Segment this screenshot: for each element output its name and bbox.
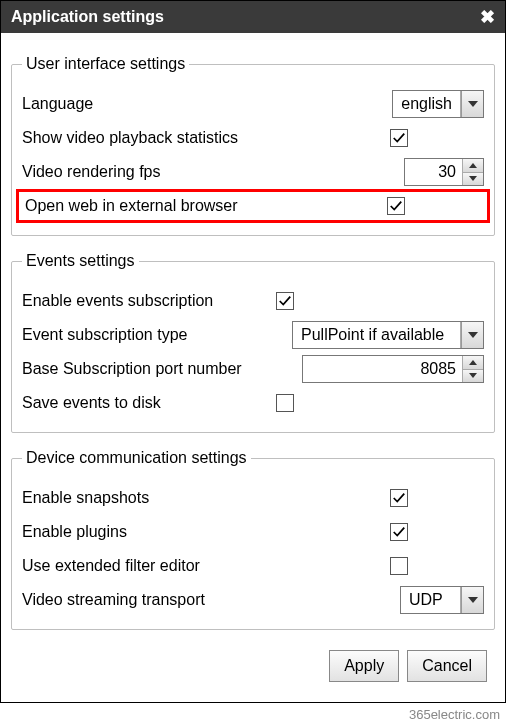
content-area: User interface settings Language english… (1, 33, 505, 702)
snapshots-checkbox[interactable] (390, 489, 408, 507)
row-enable-sub: Enable events subscription (22, 284, 484, 318)
render-fps-label: Video rendering fps (22, 163, 160, 181)
window-title: Application settings (11, 8, 164, 26)
open-web-checkbox[interactable] (387, 197, 405, 215)
sub-type-value: PullPoint if available (293, 322, 461, 348)
row-open-web-external: Open web in external browser (16, 189, 490, 223)
ext-filter-checkbox[interactable] (390, 557, 408, 575)
group-events-legend: Events settings (22, 252, 139, 270)
row-transport: Video streaming transport UDP (22, 583, 484, 617)
base-port-spinner[interactable]: 8085 (302, 355, 484, 383)
group-device-legend: Device communication settings (22, 449, 251, 467)
footer-buttons: Apply Cancel (11, 646, 495, 692)
transport-value: UDP (401, 587, 461, 613)
base-port-label: Base Subscription port number (22, 360, 242, 378)
enable-sub-label: Enable events subscription (22, 292, 213, 310)
transport-select[interactable]: UDP (400, 586, 484, 614)
base-port-value: 8085 (303, 356, 463, 382)
titlebar: Application settings ✖ (1, 1, 505, 33)
show-stats-checkbox[interactable] (390, 129, 408, 147)
close-icon[interactable]: ✖ (480, 6, 495, 28)
open-web-label: Open web in external browser (25, 197, 238, 215)
group-ui-legend: User interface settings (22, 55, 189, 73)
row-language: Language english (22, 87, 484, 121)
group-ui-settings: User interface settings Language english… (11, 55, 495, 236)
row-ext-filter: Use extended filter editor (22, 549, 484, 583)
group-device-settings: Device communication settings Enable sna… (11, 449, 495, 630)
save-disk-checkbox[interactable] (276, 394, 294, 412)
cancel-button[interactable]: Cancel (407, 650, 487, 682)
row-plugins: Enable plugins (22, 515, 484, 549)
render-fps-value: 30 (405, 159, 463, 185)
group-events-settings: Events settings Enable events subscripti… (11, 252, 495, 433)
spinner-down-icon[interactable] (463, 370, 483, 383)
snapshots-label: Enable snapshots (22, 489, 149, 507)
apply-button[interactable]: Apply (329, 650, 399, 682)
watermark-text: 365electric.com (0, 703, 506, 719)
settings-window: Application settings ✖ User interface se… (0, 0, 506, 703)
render-fps-spinner[interactable]: 30 (404, 158, 484, 186)
row-snapshots: Enable snapshots (22, 481, 484, 515)
sub-type-select[interactable]: PullPoint if available (292, 321, 484, 349)
save-disk-label: Save events to disk (22, 394, 161, 412)
language-value: english (393, 91, 461, 117)
chevron-down-icon[interactable] (461, 587, 483, 613)
chevron-down-icon[interactable] (461, 91, 483, 117)
language-select[interactable]: english (392, 90, 484, 118)
row-save-disk: Save events to disk (22, 386, 484, 420)
enable-sub-checkbox[interactable] (276, 292, 294, 310)
sub-type-label: Event subscription type (22, 326, 187, 344)
chevron-down-icon[interactable] (461, 322, 483, 348)
transport-label: Video streaming transport (22, 591, 205, 609)
plugins-label: Enable plugins (22, 523, 127, 541)
spinner-down-icon[interactable] (463, 173, 483, 186)
row-show-stats: Show video playback statistics (22, 121, 484, 155)
row-sub-type: Event subscription type PullPoint if ava… (22, 318, 484, 352)
show-stats-label: Show video playback statistics (22, 129, 238, 147)
plugins-checkbox[interactable] (390, 523, 408, 541)
ext-filter-label: Use extended filter editor (22, 557, 200, 575)
spinner-up-icon[interactable] (463, 356, 483, 370)
row-render-fps: Video rendering fps 30 (22, 155, 484, 189)
language-label: Language (22, 95, 93, 113)
row-base-port: Base Subscription port number 8085 (22, 352, 484, 386)
spinner-up-icon[interactable] (463, 159, 483, 173)
